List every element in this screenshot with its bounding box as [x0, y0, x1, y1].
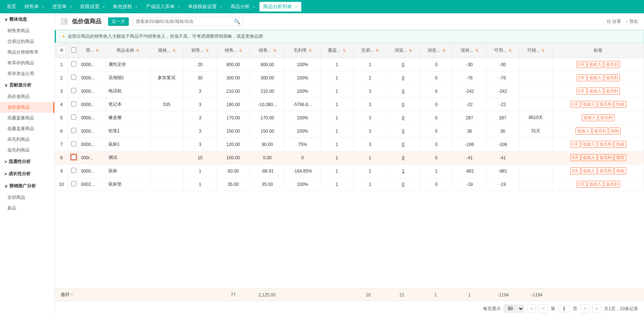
sidebar-item-low-margin[interactable]: 低毛利商品 [0, 145, 54, 156]
cell-browse1[interactable]: 0 [387, 71, 420, 85]
row-checkbox[interactable] [71, 61, 76, 67]
sidebar-section-contribution[interactable]: ∨ 贡献值分析 [0, 79, 54, 91]
sidebar-section-overall[interactable]: ∨ 整体信息 [0, 13, 54, 26]
cell-browse1[interactable]: 0 [387, 58, 420, 71]
tag-low-income: 低收入 [587, 88, 603, 95]
per-page-select[interactable]: 50 100 200 [504, 305, 524, 313]
row-checkbox[interactable] [71, 154, 76, 160]
sidebar-item-inventory-products[interactable]: 有库存的商品 [0, 58, 54, 68]
sidebar-section-marketing[interactable]: ∨ 营销推广分析 [0, 180, 54, 192]
sidebar-item-high-value[interactable]: 高价值商品 [0, 91, 54, 102]
sidebar-item-high-coverage[interactable]: 高覆盖量商品 [0, 113, 54, 123]
row-checkbox[interactable] [71, 181, 76, 186]
sidebar-item-low-coverage[interactable]: 低覆盖量商品 [0, 123, 54, 134]
sidebar-item-new-products[interactable]: 新品 [0, 203, 54, 214]
close-icon[interactable]: × [178, 4, 180, 9]
share-button[interactable]: ⊡ 分享 [607, 18, 621, 25]
col-saleable[interactable]: 可销... ⇅ [519, 43, 553, 58]
nav-home[interactable]: 首页 [3, 2, 20, 11]
close-icon[interactable]: × [70, 4, 72, 9]
col-available[interactable]: 可用... ⇅ [486, 43, 519, 58]
cell-browse1[interactable]: 0 [387, 178, 420, 191]
nav-sales-order[interactable]: 销售单 × [21, 2, 48, 11]
col-product-code[interactable]: 商... ⇅ [79, 43, 106, 58]
last-page-button[interactable]: » [592, 304, 601, 313]
row-checkbox[interactable] [71, 75, 76, 80]
cell-browse2: 0 [420, 85, 453, 98]
sidebar-section-liquidity[interactable]: > 流通性分析 [0, 156, 54, 168]
nav-product-analysis[interactable]: 商品分析 × [227, 2, 259, 11]
row-checkbox[interactable] [71, 88, 76, 93]
nav-product-analysis-list[interactable]: 商品分析列表 × [259, 2, 301, 11]
sidebar-item-sales-products[interactable]: 销售类商品 [0, 26, 54, 36]
cell-browse1[interactable]: 0 [387, 98, 420, 111]
nav-permissions[interactable]: 权限设置 × [77, 2, 108, 11]
col-sales1[interactable]: 销售... ⇅ [184, 43, 217, 58]
row-checkbox[interactable] [71, 115, 76, 120]
cell-browse1[interactable]: 0 [387, 125, 420, 138]
export-button[interactable]: ↑ 导出 [625, 18, 638, 25]
col-browse1[interactable]: 浏览... ⇅ [387, 43, 420, 58]
col-trade[interactable]: 交易... ⇅ [353, 43, 387, 58]
sidebar-item-low-value[interactable]: 低价值商品 [0, 102, 54, 113]
cell-saleable [519, 85, 553, 98]
cell-browse1[interactable]: 0 [387, 151, 420, 164]
close-icon[interactable]: × [220, 4, 222, 9]
row-checkbox[interactable] [71, 141, 76, 146]
sidebar-item-all-products[interactable]: 全部商品 [0, 192, 54, 203]
gear-button[interactable]: ⚙ [57, 46, 66, 55]
col-gross-margin[interactable]: 毛利率 ⇅ [285, 43, 321, 58]
col-coverage[interactable]: 覆盖... ⇅ [320, 43, 353, 58]
search-input[interactable] [136, 19, 234, 24]
row-checkbox[interactable] [71, 128, 76, 133]
cell-name: 测试 [106, 151, 150, 164]
sidebar-item-high-margin[interactable]: 高毛利商品 [0, 134, 54, 145]
cell-sales3: 300.00 [250, 71, 285, 85]
chevron-right-icon: > [4, 171, 7, 177]
cell-browse1[interactable]: 0 [387, 85, 420, 98]
close-icon[interactable]: × [295, 4, 297, 9]
row-checkbox[interactable] [71, 168, 76, 173]
cell-name: 吴细细1 [106, 71, 150, 85]
col-sales3[interactable]: 销售... ⇅ [250, 43, 285, 58]
tag-hot-sale: 热销 [614, 167, 626, 174]
nav-purchase-order[interactable]: 进货单 × [48, 2, 76, 11]
content-header: 《 低价值商品 近一月 🔍 ⊡ 分享 ↑ 导出 [55, 13, 644, 30]
nav-template[interactable]: 单据模板设置 × [184, 2, 226, 11]
cell-name: 铅笔1 [106, 125, 150, 138]
cell-browse1[interactable]: 1 [387, 164, 420, 178]
current-page-input[interactable] [558, 305, 570, 312]
next-page-button[interactable]: > [580, 304, 589, 313]
cell-tags: 低收入低毛利 [553, 111, 644, 125]
first-page-button[interactable]: « [527, 304, 536, 313]
cell-sales1: 3 [184, 111, 217, 125]
close-icon[interactable]: × [253, 4, 255, 9]
select-all-checkbox[interactable] [71, 47, 76, 52]
sidebar-item-category-sales-rate[interactable]: 商品分类销售率 [0, 47, 54, 58]
nav-role-auth[interactable]: 角色授权 × [109, 2, 141, 11]
filter-period-button[interactable]: 近一月 [108, 17, 129, 26]
row-checkbox[interactable] [71, 101, 76, 106]
sidebar-item-traded-products[interactable]: 交易过的商品 [0, 36, 54, 47]
prev-page-button[interactable]: < [539, 304, 548, 313]
close-icon[interactable]: × [103, 4, 105, 9]
cell-trade: 3 [353, 138, 387, 151]
cell-sales1: 1 [184, 178, 217, 191]
collapse-sidebar-button[interactable]: 《 [61, 18, 68, 25]
cell-browse1[interactable]: 0 [387, 138, 420, 151]
col-sales2[interactable]: 销售... ⇅ [217, 43, 250, 58]
col-spec[interactable]: 规格... ⇅ [150, 43, 184, 58]
cell-name: 电话机 [106, 85, 150, 98]
sidebar-section-growth[interactable]: > 成长性分析 [0, 168, 54, 180]
sidebar-item-inventory-funds[interactable]: 库存资金占用 [0, 68, 54, 79]
close-icon[interactable]: × [135, 4, 137, 9]
chevron-down-icon: ∨ [4, 184, 8, 189]
col-browse2[interactable]: 浏览... ⇅ [420, 43, 453, 58]
col-product-name[interactable]: 商品名称 ⇅ [106, 43, 150, 58]
search-icon[interactable]: 🔍 [234, 18, 240, 24]
col-current-stock[interactable]: 现有... ⇅ [453, 43, 486, 58]
cell-browse1[interactable]: 0 [387, 111, 420, 125]
close-icon[interactable]: × [42, 4, 44, 9]
cell-trade: 3 [353, 85, 387, 98]
nav-inventory[interactable]: 产成品入库单 × [142, 2, 184, 11]
